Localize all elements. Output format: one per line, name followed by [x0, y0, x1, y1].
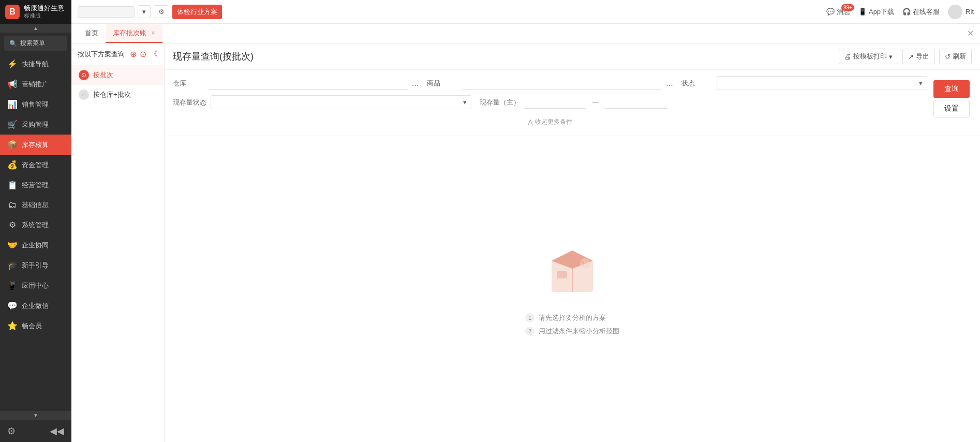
sidebar-item-label: 企业微信 [22, 301, 49, 311]
sales-icon: 📊 [7, 99, 18, 109]
tab-close-btn[interactable]: × [152, 30, 155, 37]
member-icon: ⭐ [7, 321, 18, 331]
product-filter-dots[interactable]: ... [666, 79, 673, 88]
svg-point-5 [580, 258, 590, 269]
print-btn[interactable]: 🖨 按模板打印 ▾ [839, 49, 898, 64]
inv-status-label: 现存量状态 [173, 98, 206, 107]
marketing-icon: 📢 [7, 79, 18, 89]
scheme-warehouse-batch[interactable]: ○ 按仓库+批次 [71, 85, 164, 105]
sidebar-item-purchase[interactable]: 🛒 采购管理 [0, 114, 71, 135]
sidebar-item-newbie[interactable]: 🎓 新手引导 [0, 255, 71, 275]
online-support-btn[interactable]: 🎧 在线客服 [902, 7, 940, 17]
refresh-btn[interactable]: ↺ 刷新 [939, 49, 972, 64]
refresh-icon: ↺ [945, 53, 951, 61]
experience-btn[interactable]: 体验行业方案 [172, 5, 222, 19]
tip-2-text: 用过滤条件来缩小分析范围 [539, 327, 619, 336]
export-icon: ↗ [908, 53, 914, 61]
inv-qty-min-input[interactable] [524, 96, 586, 109]
messages-btn[interactable]: 💬 消息 99+ [826, 7, 850, 17]
product-filter-input[interactable] [462, 77, 662, 90]
topbar-search-input[interactable] [78, 6, 135, 18]
app-logo: B [5, 5, 20, 19]
svg-rect-4 [557, 271, 567, 278]
collapse-icon[interactable]: ◀◀ [50, 425, 64, 437]
user-avatar [948, 5, 962, 19]
empty-tips: 1 请先选择要分析的方案 2 用过滤条件来缩小分析范围 [525, 313, 619, 336]
main-area: ▾ ⚙ 体验行业方案 💬 消息 99+ 📱 App下载 🎧 在线客服 Rit [71, 0, 980, 442]
add-scheme-btn[interactable]: ⊕ [130, 49, 137, 59]
sidebar-item-finance[interactable]: 💰 资金管理 [0, 155, 71, 175]
global-close-btn[interactable]: ✕ [967, 28, 974, 38]
sidebar-item-inventory[interactable]: 📦 库存核算 [0, 135, 71, 155]
right-panel: 现存量查询(按批次) 🖨 按模板打印 ▾ ↗ 导出 ↺ 刷新 [165, 43, 980, 442]
sidebar-item-wechat[interactable]: 💬 企业微信 [0, 296, 71, 316]
inv-status-filter-group: 现存量状态 ▾ [173, 95, 471, 109]
tab-home[interactable]: 首页 [78, 24, 106, 43]
search-icon: 🔍 [9, 40, 17, 47]
status-filter-select[interactable]: ▾ [717, 76, 927, 90]
phone-icon: 📱 [858, 8, 867, 16]
action-btns-area: 查询 设置 [931, 76, 972, 129]
collapse-icon: ⋀ [528, 119, 533, 126]
sidebar-item-shortcut[interactable]: ⚡ 快捷导航 [0, 54, 71, 74]
sidebar-scroll-down[interactable]: ▼ [0, 411, 71, 420]
app-download-btn[interactable]: 📱 App下载 [858, 7, 894, 17]
sidebar-item-sales[interactable]: 📊 销售管理 [0, 94, 71, 114]
empty-state-illustration: ! [541, 243, 603, 305]
sidebar-item-system[interactable]: ⚙ 系统管理 [0, 215, 71, 235]
dropdown-arrow-btn[interactable]: ▾ [138, 5, 151, 18]
empty-tip-1: 1 请先选择要分析的方案 [525, 313, 619, 322]
sidebar-item-operations[interactable]: 📋 经营管理 [0, 175, 71, 195]
sidebar-scroll-up[interactable]: ▲ [0, 24, 71, 33]
basic-icon: 🗂 [7, 200, 18, 210]
tabbar: 首页 库存批次账 × ✕ [71, 24, 980, 43]
sidebar-item-label: 系统管理 [22, 220, 49, 230]
user-menu[interactable]: Rit [948, 5, 974, 19]
export-btn[interactable]: ↗ 导出 [902, 49, 935, 64]
sidebar-item-member[interactable]: ⭐ 畅会员 [0, 316, 71, 336]
status-filter-group: 状态 ▾ [681, 76, 927, 90]
inv-qty-separator: — [590, 98, 601, 106]
sidebar-item-label: 快捷导航 [22, 60, 49, 69]
scheme-warehouse-batch-icon: ○ [79, 90, 89, 100]
shortcut-icon: ⚡ [7, 59, 18, 69]
page-actions: 🖨 按模板打印 ▾ ↗ 导出 ↺ 刷新 [839, 49, 972, 64]
filter-settings-btn[interactable]: 设置 [933, 100, 970, 117]
product-filter-label: 商品 [427, 79, 458, 88]
tab-label: 库存批次账 [113, 29, 146, 37]
left-panel-header: 按以下方案查询 ⊕ ⊙ 《 [71, 43, 164, 65]
print-dropdown-icon: ▾ [889, 53, 893, 61]
page-title-bar: 现存量查询(按批次) 🖨 按模板打印 ▾ ↗ 导出 ↺ 刷新 [165, 43, 980, 70]
settings-scheme-btn[interactable]: ⊙ [140, 49, 146, 59]
warehouse-filter-dots[interactable]: ... [412, 79, 419, 88]
apps-icon: 📱 [7, 281, 18, 290]
message-icon: 💬 [826, 8, 835, 16]
collapse-panel-btn[interactable]: 《 [150, 49, 158, 60]
sidebar-item-enterprise[interactable]: 🤝 企业协同 [0, 235, 71, 255]
sidebar-item-label: 基础信息 [22, 200, 49, 210]
left-panel-title: 按以下方案查询 [78, 50, 125, 59]
tab-inventory-batch[interactable]: 库存批次账 × [106, 24, 162, 43]
sidebar-item-marketing[interactable]: 📢 营销推广 [0, 74, 71, 94]
query-btn[interactable]: 查询 [933, 80, 970, 98]
inv-qty-max-input[interactable] [605, 96, 667, 109]
sidebar-nav: ⚡ 快捷导航 📢 营销推广 📊 销售管理 🛒 采购管理 📦 库存核算 💰 资金管… [0, 54, 71, 411]
warehouse-filter-input[interactable] [208, 77, 408, 90]
collapse-label: 收起更多条件 [535, 117, 572, 126]
sidebar-item-label: 企业协同 [22, 241, 49, 250]
inv-status-select[interactable]: ▾ [211, 95, 471, 109]
filter-row-1: 仓库 ... 商品 ... 状态 [173, 76, 927, 90]
filter-area: 仓库 ... 商品 ... 状态 [165, 70, 980, 136]
topbar: ▾ ⚙ 体验行业方案 💬 消息 99+ 📱 App下载 🎧 在线客服 Rit [71, 0, 980, 24]
settings-icon[interactable]: ⚙ [7, 425, 16, 437]
sidebar-item-basic[interactable]: 🗂 基础信息 [0, 195, 71, 215]
scheme-batch[interactable]: ⊙ 按批次 [71, 65, 164, 85]
settings-gear-btn[interactable]: ⚙ [154, 5, 169, 18]
sidebar-item-apps[interactable]: 📱 应用中心 [0, 275, 71, 296]
inv-status-dropdown-icon: ▾ [463, 98, 467, 106]
refresh-label: 刷新 [953, 52, 966, 61]
sidebar-item-label: 采购管理 [22, 120, 49, 129]
sidebar: B 畅康通好生意 标准版 ▲ 🔍 搜索菜单 ⚡ 快捷导航 📢 营销推广 📊 销售… [0, 0, 71, 442]
sidebar-search[interactable]: 🔍 搜索菜单 [4, 36, 67, 51]
collapse-filters-btn[interactable]: ⋀ 收起更多条件 [173, 114, 927, 129]
